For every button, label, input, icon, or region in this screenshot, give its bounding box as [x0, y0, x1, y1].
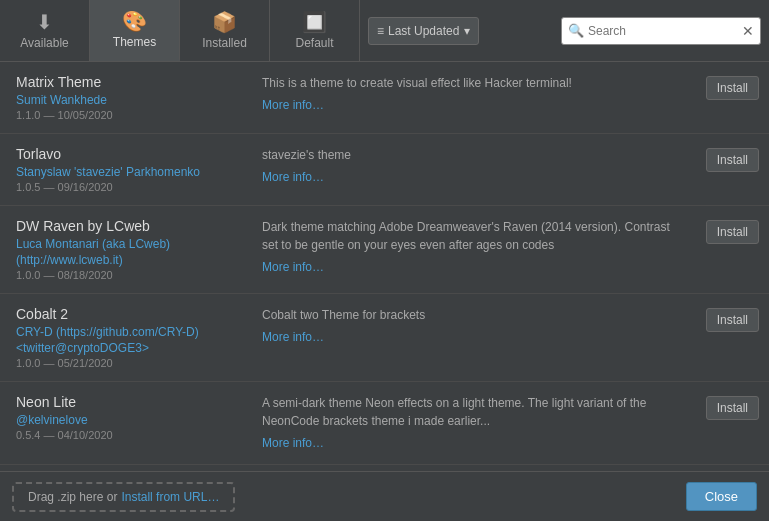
footer: Drag .zip here or Install from URL… Clos… [0, 471, 769, 521]
theme-version: 1.0.0 — 08/18/2020 [16, 269, 246, 281]
tab-bar: ⬇ Available 🎨 Themes 📦 Installed 🔲 Defau… [0, 0, 769, 62]
list-item: DW Raven by LCweb Luca Montanari (aka LC… [0, 206, 769, 294]
sort-select[interactable]: Last Updated Name Downloads [388, 24, 460, 38]
theme-version: 1.0.5 — 09/16/2020 [16, 181, 246, 193]
install-btn-wrap: Install [689, 394, 759, 420]
toolbar: ≡ Last Updated Name Downloads ▾ 🔍 ✕ [360, 0, 769, 61]
tab-default[interactable]: 🔲 Default [270, 0, 360, 61]
install-button[interactable]: Install [706, 220, 759, 244]
theme-name: Cobalt 2 [16, 306, 246, 322]
install-btn-wrap: Install [689, 218, 759, 244]
theme-author[interactable]: CRY-D (https://github.com/CRY-D) [16, 325, 246, 339]
drop-zone: Drag .zip here or Install from URL… [12, 482, 235, 512]
theme-version: 1.1.0 — 10/05/2020 [16, 109, 246, 121]
sort-button[interactable]: ≡ Last Updated Name Downloads ▾ [368, 17, 479, 45]
more-info-link[interactable]: More info… [262, 168, 673, 186]
theme-description: stavezie's theme More info… [262, 146, 673, 186]
list-item: Torlavo Stanyslaw 'stavezie' Parkhomenko… [0, 134, 769, 206]
theme-author[interactable]: Sumit Wankhede [16, 93, 246, 107]
theme-name: DW Raven by LCweb [16, 218, 246, 234]
more-info-link[interactable]: More info… [262, 328, 673, 346]
install-button[interactable]: Install [706, 308, 759, 332]
theme-description: A semi-dark theme Neon effects on a ligh… [262, 394, 673, 452]
tab-installed[interactable]: 📦 Installed [180, 0, 270, 61]
tab-available-label: Available [20, 36, 68, 50]
theme-meta: DW Raven by LCweb Luca Montanari (aka LC… [16, 218, 246, 281]
theme-description: Cobalt two Theme for brackets More info… [262, 306, 673, 346]
install-btn-wrap: Install [689, 306, 759, 332]
theme-author-sub[interactable]: <twitter@cryptoDOGE3> [16, 341, 246, 355]
install-button[interactable]: Install [706, 76, 759, 100]
theme-meta: Neon Lite @kelvinelove 0.5.4 — 04/10/202… [16, 394, 246, 441]
theme-meta: Cobalt 2 CRY-D (https://github.com/CRY-D… [16, 306, 246, 369]
tab-themes[interactable]: 🎨 Themes [90, 0, 180, 61]
search-input[interactable] [588, 24, 738, 38]
installed-icon: 📦 [212, 12, 237, 32]
available-icon: ⬇ [36, 12, 53, 32]
theme-author[interactable]: Stanyslaw 'stavezie' Parkhomenko [16, 165, 246, 179]
theme-description: Dark theme matching Adobe Dreamweaver's … [262, 218, 673, 276]
tab-default-label: Default [295, 36, 333, 50]
clear-search-button[interactable]: ✕ [742, 24, 754, 38]
list-item: Matrix Theme Sumit Wankhede 1.1.0 — 10/0… [0, 62, 769, 134]
tab-available[interactable]: ⬇ Available [0, 0, 90, 61]
tabs-container: ⬇ Available 🎨 Themes 📦 Installed 🔲 Defau… [0, 0, 360, 61]
install-button[interactable]: Install [706, 396, 759, 420]
list-item: Cobalt 2 CRY-D (https://github.com/CRY-D… [0, 294, 769, 382]
theme-description: This is a theme to create visual effect … [262, 74, 673, 114]
more-info-link[interactable]: More info… [262, 434, 673, 452]
drop-text: Drag .zip here or [28, 490, 117, 504]
more-info-link[interactable]: More info… [262, 258, 673, 276]
install-button[interactable]: Install [706, 148, 759, 172]
install-from-url-link[interactable]: Install from URL… [121, 490, 219, 504]
default-icon: 🔲 [302, 12, 327, 32]
more-info-link[interactable]: More info… [262, 96, 673, 114]
close-button[interactable]: Close [686, 482, 757, 511]
theme-meta: Torlavo Stanyslaw 'stavezie' Parkhomenko… [16, 146, 246, 193]
theme-meta: Matrix Theme Sumit Wankhede 1.1.0 — 10/0… [16, 74, 246, 121]
theme-author-sub[interactable]: (http://www.lcweb.it) [16, 253, 246, 267]
theme-name: Neon Lite [16, 394, 246, 410]
tab-installed-label: Installed [202, 36, 247, 50]
theme-version: 0.5.4 — 04/10/2020 [16, 429, 246, 441]
tab-themes-label: Themes [113, 35, 156, 49]
install-btn-wrap: Install [689, 146, 759, 172]
install-btn-wrap: Install [689, 74, 759, 100]
theme-name: Torlavo [16, 146, 246, 162]
theme-name: Matrix Theme [16, 74, 246, 90]
theme-author[interactable]: @kelvinelove [16, 413, 246, 427]
chevron-down-icon: ▾ [464, 24, 470, 38]
list-item: Neon Lite @kelvinelove 0.5.4 — 04/10/202… [0, 382, 769, 465]
search-icon: 🔍 [568, 23, 584, 38]
theme-version: 1.0.0 — 05/21/2020 [16, 357, 246, 369]
themes-icon: 🎨 [122, 11, 147, 31]
theme-author[interactable]: Luca Montanari (aka LCweb) [16, 237, 246, 251]
themes-list: Matrix Theme Sumit Wankhede 1.1.0 — 10/0… [0, 62, 769, 471]
search-box: 🔍 ✕ [561, 17, 761, 45]
sort-icon: ≡ [377, 24, 384, 38]
